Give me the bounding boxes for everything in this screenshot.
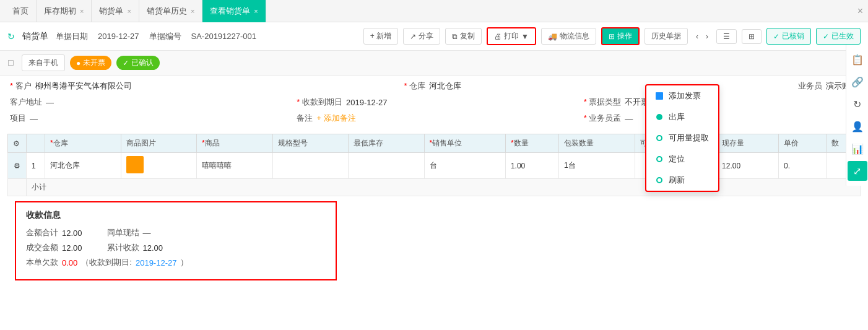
due-date-field: 收款到期日 2019-12-27 bbox=[297, 97, 571, 108]
subtotal-label: 小计 bbox=[27, 179, 861, 196]
row-product-img bbox=[121, 153, 197, 179]
dropdown-arrow-icon: ▼ bbox=[521, 32, 529, 41]
sidebar-clipboard-icon[interactable]: 📋 bbox=[848, 50, 867, 69]
check-icon: ✓ bbox=[773, 32, 779, 41]
deal-amount-field: 成交金额 12.00 bbox=[26, 242, 82, 253]
tab-view-sales[interactable]: 查看销货单 × bbox=[202, 0, 266, 22]
confirm-icon: ✓ bbox=[123, 59, 129, 67]
copy-button[interactable]: ⧉ 复制 bbox=[445, 28, 482, 45]
row-gear[interactable]: ⚙ bbox=[8, 153, 27, 179]
total-amount-field: 金额合计 12.00 bbox=[26, 227, 82, 238]
gear-col-header[interactable]: ⚙ bbox=[8, 134, 27, 153]
form-section: 客户 柳州粤港平安气体有限公司 仓库 河北仓库 业务员 演示账号 客户地址 — bbox=[0, 76, 868, 134]
prev-arrow[interactable]: ‹ bbox=[693, 31, 701, 42]
tab-sales-history[interactable]: 销货单历史 × bbox=[139, 0, 202, 22]
customer-value[interactable]: 柳州粤港平安气体有限公司 bbox=[35, 80, 132, 92]
outbound-item[interactable]: 出库 bbox=[646, 106, 718, 128]
outbound-icon bbox=[655, 113, 664, 121]
ticket-type-field: 票据类型 不开票 bbox=[584, 97, 858, 108]
tab-home[interactable]: 首页 bbox=[5, 0, 37, 22]
next-arrow[interactable]: › bbox=[703, 31, 711, 42]
owed-amount-field: 本单欠款 0.00 （收款到期日: 2019-12-27 ） bbox=[26, 257, 188, 268]
sidebar-user-icon[interactable]: 👤 bbox=[848, 116, 867, 136]
customer-field: 客户 柳州粤港平安气体有限公司 bbox=[10, 80, 392, 92]
close-tab-sales[interactable]: × bbox=[127, 7, 131, 15]
current-stock-col-header: 现存量 bbox=[717, 134, 779, 153]
add-invoice-item[interactable]: 添加发票 bbox=[646, 85, 718, 106]
address-value: — bbox=[46, 98, 54, 107]
warehouse-value[interactable]: 河北仓库 bbox=[429, 80, 461, 92]
project-value: — bbox=[30, 114, 38, 123]
close-all-tabs[interactable]: × bbox=[857, 6, 863, 17]
deal-amount-label: 成交金额 bbox=[26, 242, 58, 253]
add-note-button[interactable]: 添加备注 bbox=[316, 113, 355, 124]
receipt-title: 收款信息 bbox=[26, 210, 326, 221]
pack-qty-col-header: 包装数量 bbox=[558, 134, 635, 153]
add-invoice-icon bbox=[655, 92, 664, 100]
print-button[interactable]: 🖨 打印 ▼ bbox=[487, 27, 536, 45]
customer-label: 客户 bbox=[10, 80, 32, 92]
data-table: ⚙ *仓库 商品图片 *商品 规格型号 最低库存 *销售单位 *数量 包装数量 … bbox=[7, 134, 861, 196]
quantity-col-header: *数量 bbox=[505, 134, 558, 153]
logistics-button[interactable]: 🚚 物流信息 bbox=[541, 28, 596, 45]
cumulative-label: 累计收款 bbox=[107, 242, 139, 253]
owed-note: （收款到期日: bbox=[81, 257, 132, 268]
refresh-icon bbox=[655, 176, 664, 185]
check2-icon: ✓ bbox=[823, 32, 829, 41]
list-view-button[interactable]: ☰ bbox=[716, 29, 737, 44]
close-tab-view-sales[interactable]: × bbox=[254, 7, 258, 15]
new-button[interactable]: + 新增 bbox=[363, 28, 398, 45]
doc-title-area: ↻ 销货单 单据日期 2019-12-27 单据编号 SA-20191227-0… bbox=[7, 31, 256, 42]
cumulative-payment-field: 累计收款 12.00 bbox=[107, 242, 163, 253]
close-tab-history[interactable]: × bbox=[191, 7, 194, 15]
available-qty-item[interactable]: 可用量提取 bbox=[646, 128, 718, 149]
receipt-row-2: 成交金额 12.00 累计收款 12.00 bbox=[26, 242, 326, 253]
operations-button[interactable]: ⊞ 操作 bbox=[601, 27, 640, 45]
row-seq: 1 bbox=[27, 153, 45, 179]
sold-out-button[interactable]: ✓ 已核销 bbox=[766, 28, 811, 45]
subtotal-row: 小计 bbox=[8, 179, 861, 196]
row-product: 嘻嘻嘻嘻 bbox=[197, 153, 273, 179]
sidebar-link-icon[interactable]: 🔗 bbox=[848, 72, 867, 92]
table-row: ⚙ 1 河北仓库 嘻嘻嘻嘻 台 1.00 1台 bbox=[8, 153, 861, 179]
locate-item[interactable]: 定位 bbox=[646, 149, 718, 170]
close-tab-inventory[interactable]: × bbox=[80, 7, 84, 15]
address-field: 客户地址 — bbox=[10, 97, 284, 108]
row-quantity: 1.00 bbox=[505, 153, 558, 179]
effective-button[interactable]: ✓ 已生效 bbox=[816, 28, 861, 45]
sidebar-refresh-icon[interactable]: ↻ bbox=[848, 94, 867, 114]
owed-due-date: 2019-12-27 bbox=[136, 258, 177, 267]
project-field: 项目 — bbox=[10, 113, 284, 124]
not-open-button[interactable]: ● 未开票 bbox=[70, 56, 111, 70]
deal-amount-value: 12.00 bbox=[62, 243, 82, 253]
unit-price-col-header: 单价 bbox=[778, 134, 826, 153]
share-icon: ↗ bbox=[410, 32, 416, 41]
due-date-value[interactable]: 2019-12-27 bbox=[346, 98, 388, 107]
confirm-button[interactable]: ✓ 已确认 bbox=[116, 56, 160, 70]
copy-icon: ⧉ bbox=[452, 32, 458, 41]
sidebar-chart-icon[interactable]: 📊 bbox=[848, 139, 867, 158]
address-label: 客户地址 bbox=[10, 97, 42, 108]
doc-actions: + 新增 ↗ 分享 ⧉ 复制 🖨 打印 ▼ 🚚 物流信息 bbox=[363, 27, 861, 45]
due-date-label: 收款到期日 bbox=[297, 97, 342, 108]
doc-icon: ↻ bbox=[7, 32, 15, 41]
from-phone-button[interactable]: 来自手机 bbox=[22, 54, 65, 71]
same-order-label: 同单现结 bbox=[107, 227, 139, 238]
staff-label: 业务员 bbox=[798, 80, 822, 92]
share-button[interactable]: ↗ 分享 bbox=[403, 28, 440, 45]
history-button[interactable]: 历史单据 bbox=[644, 28, 688, 45]
date-label: 单据日期 bbox=[56, 31, 88, 42]
row-sales-unit: 台 bbox=[424, 153, 505, 179]
dot-icon: ● bbox=[76, 59, 80, 67]
refresh-item[interactable]: 刷新 bbox=[646, 170, 718, 191]
row-current-stock: 12.00 bbox=[717, 153, 779, 179]
tab-inventory-init[interactable]: 库存期初 × bbox=[37, 0, 92, 22]
print-icon: 🖨 bbox=[494, 32, 501, 41]
grid-view-button[interactable]: ⊞ bbox=[742, 29, 762, 44]
sidebar-expand-icon[interactable]: ⤢ bbox=[848, 161, 867, 181]
warehouse-field: 仓库 河北仓库 bbox=[404, 80, 786, 92]
note-field: 备注 添加备注 bbox=[297, 113, 571, 124]
tab-sales-order[interactable]: 销货单 × bbox=[92, 0, 139, 22]
number-label: 单据编号 bbox=[149, 31, 181, 42]
same-order-settlement-field: 同单现结 — bbox=[107, 227, 151, 238]
